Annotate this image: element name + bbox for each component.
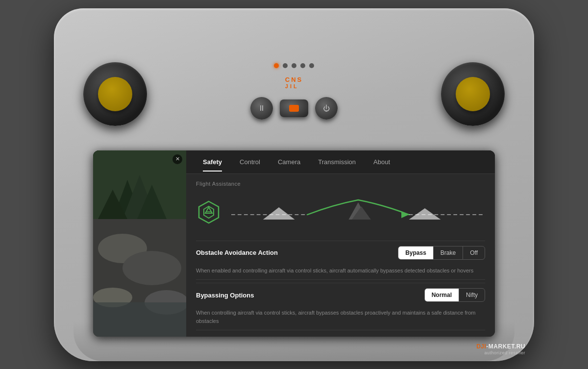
led-2 bbox=[283, 63, 288, 68]
watermark-sub: authorized reseller bbox=[476, 350, 525, 355]
pause-button[interactable]: ⏸ bbox=[250, 97, 273, 120]
svg-marker-15 bbox=[263, 207, 295, 220]
controller-top: CNS JIL ⏸ ⏻ bbox=[54, 8, 534, 160]
flight-path bbox=[231, 197, 485, 227]
tab-control[interactable]: Control bbox=[231, 152, 269, 172]
bypass-btn-group: Normal Nifty bbox=[424, 288, 485, 302]
led-5 bbox=[309, 63, 314, 68]
obstacle-off-btn[interactable]: Off bbox=[463, 246, 485, 259]
left-joystick-tip bbox=[98, 77, 132, 111]
obstacle-btn-group: Bypass Brake Off bbox=[398, 246, 485, 260]
power-button[interactable]: ⏻ bbox=[315, 97, 338, 120]
power-icon: ⏻ bbox=[323, 104, 330, 112]
svg-marker-11 bbox=[199, 201, 219, 223]
mode-switch[interactable] bbox=[280, 99, 308, 117]
settings-content: Flight Assistance bbox=[186, 174, 495, 337]
bypass-label: Bypassing Options bbox=[196, 292, 424, 299]
svg-rect-10 bbox=[93, 302, 186, 337]
svg-marker-19 bbox=[401, 211, 409, 218]
camera-image bbox=[93, 150, 186, 337]
obstacle-bypass-btn[interactable]: Bypass bbox=[398, 246, 433, 259]
bypass-nifty-btn[interactable]: Nifty bbox=[459, 289, 485, 301]
flight-illustration bbox=[196, 193, 485, 232]
control-buttons: ⏸ ⏻ bbox=[250, 97, 338, 120]
obstacle-label: Obstacle Avoidance Action bbox=[196, 249, 398, 256]
screen: ✕ Safety Control Camera Transmission Abo… bbox=[93, 150, 495, 337]
brand-name: CNS JIL bbox=[285, 76, 303, 89]
led-1 bbox=[274, 63, 279, 68]
drone-icon bbox=[196, 199, 221, 225]
led-4 bbox=[300, 63, 305, 68]
bypass-description: When controlling aircraft via control st… bbox=[196, 309, 485, 330]
bypass-options-row: Bypassing Options Normal Nifty bbox=[196, 283, 485, 307]
bypass-normal-btn[interactable]: Normal bbox=[425, 289, 459, 301]
right-joystick-tip bbox=[456, 77, 490, 111]
center-controls: CNS JIL ⏸ ⏻ bbox=[250, 63, 338, 120]
tab-camera[interactable]: Camera bbox=[269, 152, 309, 172]
watermark-brand: DJI bbox=[476, 343, 486, 350]
tab-safety[interactable]: Safety bbox=[194, 152, 231, 172]
close-preview-button[interactable]: ✕ bbox=[172, 154, 182, 164]
camera-preview: ✕ bbox=[93, 150, 186, 337]
tab-about[interactable]: About bbox=[365, 152, 399, 172]
section-title: Flight Assistance bbox=[196, 181, 485, 187]
obstacle-description: When enabled and controlling aircraft vi… bbox=[196, 267, 485, 280]
led-3 bbox=[292, 63, 296, 68]
settings-panel: Safety Control Camera Transmission About… bbox=[186, 150, 495, 337]
obstacle-brake-btn[interactable]: Brake bbox=[433, 246, 463, 259]
left-joystick[interactable] bbox=[83, 62, 147, 126]
watermark-dash: -MARKET.RU bbox=[486, 343, 525, 350]
tab-transmission[interactable]: Transmission bbox=[309, 152, 365, 172]
obstacle-avoidance-row: Obstacle Avoidance Action Bypass Brake O… bbox=[196, 241, 485, 265]
tab-bar: Safety Control Camera Transmission About bbox=[186, 150, 495, 174]
pause-icon: ⏸ bbox=[258, 104, 266, 113]
battery-leds bbox=[274, 63, 314, 68]
controller: CNS JIL ⏸ ⏻ bbox=[54, 8, 534, 361]
svg-point-7 bbox=[122, 251, 181, 285]
svg-marker-18 bbox=[409, 208, 441, 220]
watermark: DJI-MARKET.RU authorized reseller bbox=[476, 343, 525, 355]
right-joystick[interactable] bbox=[441, 62, 505, 126]
